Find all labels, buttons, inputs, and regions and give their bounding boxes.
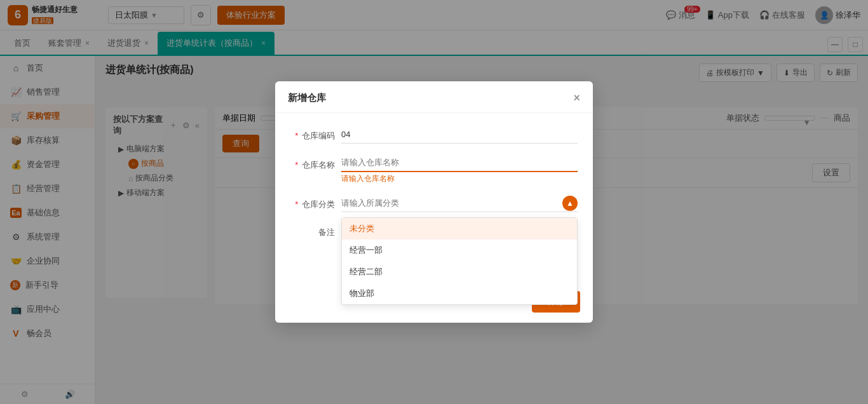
- dialog-title: 新增仓库: [288, 92, 326, 104]
- category-input[interactable]: [341, 194, 578, 212]
- code-label: * 仓库编码: [290, 126, 341, 142]
- dialog-header: 新增仓库 ×: [275, 81, 593, 113]
- category-label: * 仓库分类: [290, 194, 341, 210]
- category-select-wrapper: ▲ 未分类 经营一部 经营二部 物业部: [341, 194, 578, 212]
- dropdown-item-1[interactable]: 经营一部: [342, 239, 577, 261]
- dropdown-item-2[interactable]: 经营二部: [342, 261, 577, 283]
- name-label: * 仓库名称: [290, 155, 341, 171]
- dropdown-item-3[interactable]: 物业部: [342, 283, 577, 304]
- dropdown-item-0[interactable]: 未分类: [342, 218, 577, 239]
- code-input[interactable]: [341, 126, 578, 144]
- name-field-row: * 仓库名称 请输入仓库名称: [290, 154, 578, 184]
- dialog-close-button[interactable]: ×: [573, 91, 580, 105]
- dialog-overlay: 新增仓库 × * 仓库编码 * 仓库名称: [0, 0, 868, 404]
- arrow-up-icon: ▲: [566, 199, 574, 208]
- category-dropdown-button[interactable]: ▲: [562, 196, 578, 211]
- name-error-msg: 请输入仓库名称: [341, 174, 395, 183]
- dialog-body: * 仓库编码 * 仓库名称 请输入仓库名称: [275, 113, 593, 283]
- remark-label: 备注: [290, 222, 341, 238]
- category-field-row: * 仓库分类 ▲ 未分类 经营一部 经营二部 物业部: [290, 194, 578, 212]
- add-warehouse-dialog: 新增仓库 × * 仓库编码 * 仓库名称: [275, 81, 593, 323]
- name-input[interactable]: [341, 154, 578, 172]
- code-field-row: * 仓库编码: [290, 126, 578, 144]
- category-dropdown-list: 未分类 经营一部 经营二部 物业部: [341, 217, 578, 305]
